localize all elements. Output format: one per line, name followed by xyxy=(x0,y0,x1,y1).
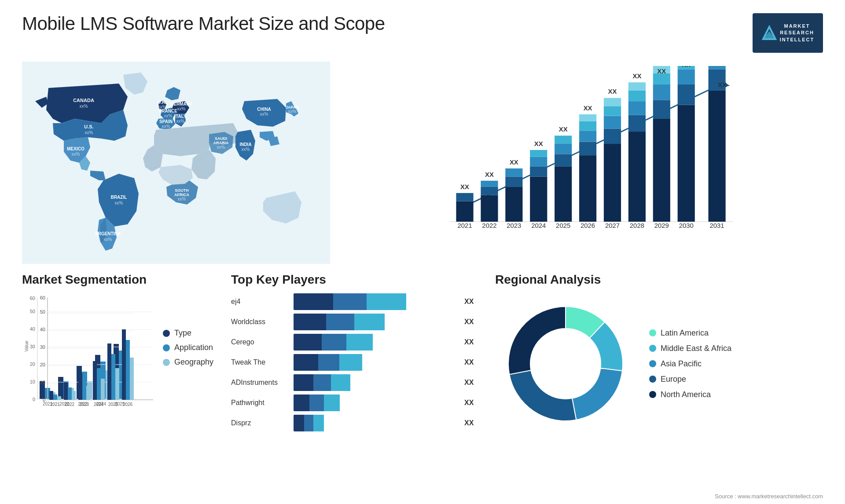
svg-rect-72 xyxy=(604,129,621,144)
regional-legend-label: North America xyxy=(661,390,711,399)
page-container: Mobile LMS Software Market Size and Scop… xyxy=(0,0,845,504)
regional-content: Latin AmericaMiddle East & AfricaAsia Pa… xyxy=(495,293,823,434)
player-bar xyxy=(294,374,389,391)
svg-rect-64 xyxy=(579,155,596,222)
donut-segment xyxy=(509,370,576,421)
svg-text:40: 40 xyxy=(40,327,45,332)
svg-text:SAUDI: SAUDI xyxy=(215,136,227,141)
player-name: ADInstruments xyxy=(231,379,288,387)
player-row: CeregoXX xyxy=(231,334,478,351)
svg-text:xx%: xx% xyxy=(176,119,185,124)
svg-text:2025: 2025 xyxy=(108,402,118,407)
regional-legend-label: Europe xyxy=(661,375,686,384)
svg-text:Value: Value xyxy=(24,340,29,351)
svg-text:xx%: xx% xyxy=(217,145,225,150)
svg-rect-159 xyxy=(68,387,72,400)
player-bar-wrap xyxy=(294,334,456,351)
svg-rect-94 xyxy=(678,69,695,84)
svg-text:xx%: xx% xyxy=(104,237,112,242)
svg-rect-54 xyxy=(530,157,547,166)
player-bar-wrap xyxy=(294,354,456,371)
svg-rect-52 xyxy=(530,177,547,222)
svg-text:MEXICO: MEXICO xyxy=(67,146,84,151)
svg-rect-74 xyxy=(604,106,621,116)
svg-rect-87 xyxy=(653,84,670,100)
svg-rect-81 xyxy=(628,91,646,101)
svg-text:2021: 2021 xyxy=(457,222,472,229)
svg-rect-48 xyxy=(505,177,522,187)
player-val: XX xyxy=(464,338,478,346)
players-section: Top Key Players ej4XXWorldclassXXCeregoX… xyxy=(231,273,478,504)
legend-application: Application xyxy=(163,343,213,352)
svg-rect-163 xyxy=(82,379,86,400)
svg-rect-176 xyxy=(130,358,134,400)
player-bar xyxy=(294,314,415,330)
player-bar xyxy=(294,293,429,310)
svg-rect-49 xyxy=(505,168,522,177)
svg-text:XX: XX xyxy=(510,159,518,166)
svg-rect-44 xyxy=(481,181,498,187)
svg-text:xx%: xx% xyxy=(242,147,250,152)
svg-text:XX: XX xyxy=(584,105,592,112)
player-val: XX xyxy=(464,399,478,407)
segmentation-section: Market Segmentation 0 10 20 30 40 50 60 xyxy=(22,273,213,504)
svg-rect-156 xyxy=(57,396,61,400)
svg-text:SPAIN: SPAIN xyxy=(159,119,173,124)
svg-rect-88 xyxy=(653,73,670,84)
svg-rect-174 xyxy=(122,329,126,400)
player-bar xyxy=(294,394,380,411)
svg-text:xx%: xx% xyxy=(80,104,88,109)
donut-svg xyxy=(495,293,636,434)
svg-text:60: 60 xyxy=(40,295,45,300)
map-container: CANADA xx% U.S. xx% MEXICO xx% BRAZIL xx… xyxy=(22,62,330,264)
svg-text:10: 10 xyxy=(40,380,45,385)
player-bar-wrap xyxy=(294,374,456,391)
regional-legend-dot xyxy=(649,391,656,398)
svg-text:FRANCE: FRANCE xyxy=(159,109,177,113)
player-bar xyxy=(294,354,399,371)
logo-box: MARKET RESEARCH INTELLECT xyxy=(753,13,823,53)
svg-text:2024: 2024 xyxy=(94,402,104,407)
logo-text-line1: MARKET xyxy=(780,23,815,29)
svg-text:xx%: xx% xyxy=(288,109,297,114)
player-bar-wrap xyxy=(294,415,456,431)
svg-rect-166 xyxy=(93,361,97,400)
svg-rect-158 xyxy=(64,382,68,400)
application-dot xyxy=(163,344,170,351)
svg-rect-171 xyxy=(111,354,115,400)
svg-rect-75 xyxy=(604,98,621,106)
svg-text:2024: 2024 xyxy=(531,222,546,229)
svg-rect-80 xyxy=(628,101,646,115)
svg-rect-53 xyxy=(530,166,547,176)
player-row: DisprzXX xyxy=(231,415,478,431)
header: Mobile LMS Software Market Size and Scop… xyxy=(22,13,823,53)
svg-text:XX: XX xyxy=(632,73,641,80)
page-title: Mobile LMS Software Market Size and Scop… xyxy=(22,13,385,34)
bar-chart-container: 2021 XX 2022 XX 2023 XX 2024 xyxy=(348,62,823,264)
svg-text:XX: XX xyxy=(608,88,617,95)
svg-text:2021: 2021 xyxy=(50,402,60,407)
legend-type: Type xyxy=(163,329,213,338)
svg-rect-82 xyxy=(628,82,646,91)
svg-rect-61 xyxy=(555,135,572,144)
svg-rect-154 xyxy=(49,391,53,400)
logo-area: MARKET RESEARCH INTELLECT xyxy=(753,13,823,53)
geography-dot xyxy=(163,359,170,366)
player-bar xyxy=(294,334,407,351)
player-row: ej4XX xyxy=(231,293,478,310)
regional-section: Regional Analysis Latin AmericaMiddle Ea… xyxy=(495,273,823,504)
svg-rect-99 xyxy=(709,91,726,222)
svg-text:xx%: xx% xyxy=(162,124,170,129)
player-bar-wrap xyxy=(294,314,456,330)
player-name: Cerego xyxy=(231,338,288,346)
regional-legend-label: Middle East & Africa xyxy=(661,344,731,353)
svg-rect-86 xyxy=(653,100,670,118)
svg-text:XX: XX xyxy=(657,68,666,75)
svg-text:xx%: xx% xyxy=(177,106,186,111)
svg-text:2025: 2025 xyxy=(556,222,570,229)
svg-text:2027: 2027 xyxy=(605,222,620,229)
player-name: Tweak The xyxy=(231,358,288,366)
regional-legend-item: Latin America xyxy=(649,329,731,338)
donut-chart xyxy=(495,293,636,434)
svg-text:CANADA: CANADA xyxy=(73,98,94,103)
